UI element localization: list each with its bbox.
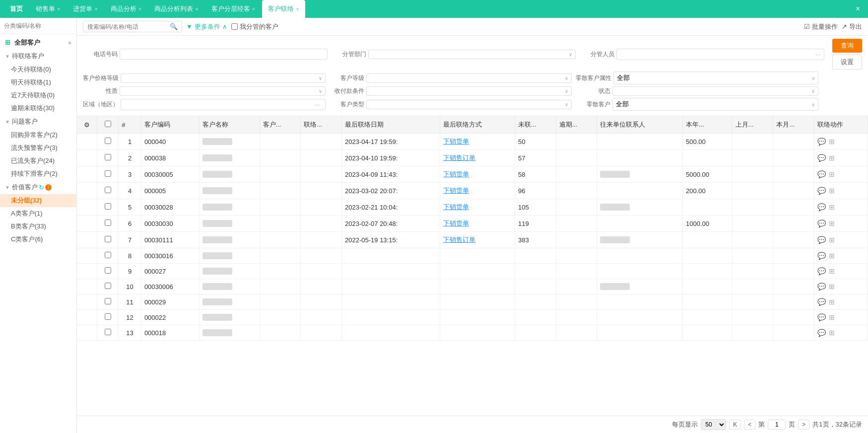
row-checkbox[interactable] xyxy=(105,219,111,226)
nav-customer-contact[interactable]: 客户联络 × xyxy=(262,0,305,18)
sidebar-item-ungroup[interactable]: 未分组(32) xyxy=(0,194,76,207)
message-icon[interactable]: 💬 xyxy=(817,298,826,306)
retail-attr-select[interactable]: 全部∨ xyxy=(613,72,818,84)
area-dots[interactable]: ··· xyxy=(313,101,322,108)
row-checkbox[interactable] xyxy=(105,138,111,144)
apps-icon[interactable]: ⊞ xyxy=(829,252,835,260)
phone-input[interactable] xyxy=(120,49,328,60)
search-input[interactable] xyxy=(87,23,170,30)
payment-select[interactable]: ∨ xyxy=(366,86,572,96)
collapse-sidebar-btn[interactable]: « xyxy=(68,39,71,46)
message-icon[interactable]: 💬 xyxy=(817,187,826,195)
value-segment-group[interactable]: ▼ 价值客户 ↻ ! xyxy=(0,180,76,194)
customer-type-select[interactable]: ∨ xyxy=(366,100,572,109)
nav-purchase-close[interactable]: × xyxy=(94,6,97,12)
nav-analysis-list-close[interactable]: × xyxy=(195,6,198,12)
sidebar-item-churned[interactable]: 已流失客户(24) xyxy=(0,154,76,167)
batch-ops-btn[interactable]: ☑ 批量操作 xyxy=(804,22,838,31)
apps-icon[interactable]: ⊞ xyxy=(829,313,835,321)
row-checkbox[interactable] xyxy=(105,267,111,274)
apps-icon[interactable]: ⊞ xyxy=(829,298,835,306)
more-conditions-btn[interactable]: ▼ 更多条件 ∧ xyxy=(186,22,227,31)
col-last-month[interactable]: 上月... xyxy=(732,116,773,134)
reset-button[interactable]: 设置 xyxy=(832,55,862,70)
col-code[interactable]: 客户编码 xyxy=(141,116,200,134)
sidebar-item-a-class[interactable]: A类客户(1) xyxy=(0,207,76,220)
contact-type-link[interactable]: 下销售订单 xyxy=(443,154,475,161)
sidebar-item-tomorrow[interactable]: 明天待联络(1) xyxy=(0,76,76,89)
page-number-input[interactable] xyxy=(768,420,786,430)
col-last-contact-date[interactable]: 最后联络日期 xyxy=(342,116,440,134)
col-this-year[interactable]: 本年... xyxy=(683,116,733,134)
row-checkbox[interactable] xyxy=(105,252,111,258)
col-this-month[interactable]: 本月... xyxy=(773,116,814,134)
sidebar-item-overdue[interactable]: 逾期未联络(30) xyxy=(0,102,76,115)
col-contact[interactable]: 联络... xyxy=(301,116,342,134)
message-icon[interactable]: 💬 xyxy=(817,252,826,260)
sidebar-item-c-class[interactable]: C类客户(6) xyxy=(0,233,76,246)
message-icon[interactable]: 💬 xyxy=(817,138,826,145)
status-select[interactable]: ∨ xyxy=(612,86,818,96)
message-icon[interactable]: 💬 xyxy=(817,313,826,321)
nav-purchase[interactable]: 进货单 × xyxy=(67,0,103,18)
page-size-select[interactable]: 50 100 xyxy=(701,419,726,430)
nav-sales-close[interactable]: × xyxy=(57,6,60,12)
contact-type-link[interactable]: 下销货单 xyxy=(443,203,469,211)
col-trading-contact[interactable]: 往来单位联系人 xyxy=(597,116,683,134)
nav-analysis[interactable]: 商品分析 × xyxy=(105,0,147,18)
export-btn[interactable]: ↗ 导出 xyxy=(842,22,862,31)
search-icon[interactable]: 🔍 xyxy=(170,23,178,30)
col-overdue[interactable]: 逾期... xyxy=(556,116,597,134)
message-icon[interactable]: 💬 xyxy=(817,203,826,211)
price-level-select[interactable]: ∨ xyxy=(121,73,326,83)
nav-analysis-close[interactable]: × xyxy=(138,6,141,12)
sidebar-item-b-class[interactable]: B类客户(33) xyxy=(0,220,76,233)
apps-icon[interactable]: ⊞ xyxy=(829,236,835,244)
prev-page-btn[interactable]: < xyxy=(744,420,755,430)
nav-sales[interactable]: 销售单 × xyxy=(30,0,66,18)
message-icon[interactable]: 💬 xyxy=(817,154,826,162)
problem-customers-group[interactable]: ▼ 问题客户 xyxy=(0,115,76,129)
row-checkbox[interactable] xyxy=(105,283,111,289)
col-settings[interactable]: ⚙ xyxy=(77,116,97,134)
row-checkbox[interactable] xyxy=(105,236,111,242)
nav-home[interactable]: 首页 xyxy=(4,0,29,18)
message-icon[interactable]: 💬 xyxy=(817,283,826,290)
query-button[interactable]: 查询 xyxy=(832,39,862,53)
retail-select[interactable]: 全部∨ xyxy=(612,98,818,111)
apps-icon[interactable]: ⊞ xyxy=(829,154,835,162)
message-icon[interactable]: 💬 xyxy=(817,236,826,244)
nature-select[interactable]: ∨ xyxy=(120,86,326,96)
contact-type-link[interactable]: 下销货单 xyxy=(443,138,469,145)
apps-icon[interactable]: ⊞ xyxy=(829,203,835,211)
apps-icon[interactable]: ⊞ xyxy=(829,329,835,337)
contact-type-link[interactable]: 下销货单 xyxy=(443,170,469,178)
first-page-btn[interactable]: K xyxy=(729,420,741,430)
message-icon[interactable]: 💬 xyxy=(817,170,826,178)
select-all-checkbox[interactable] xyxy=(105,121,111,127)
col-category[interactable]: 客户... xyxy=(260,116,301,134)
refresh-icon[interactable]: ↻ xyxy=(39,184,44,191)
my-customers-checkbox[interactable] xyxy=(231,23,238,30)
sidebar-item-7days[interactable]: 近7天待联络(0) xyxy=(0,89,76,102)
customer-level-select[interactable]: ∨ xyxy=(366,73,572,83)
col-last-contact-type[interactable]: 最后联络方式 xyxy=(440,116,515,134)
close-all-tabs[interactable]: × xyxy=(852,4,864,13)
row-checkbox[interactable] xyxy=(105,298,111,304)
sidebar-item-abnormal[interactable]: 回购异常客户(2) xyxy=(0,129,76,142)
person-select[interactable]: ··· xyxy=(616,49,824,60)
apps-icon[interactable]: ⊞ xyxy=(829,170,835,178)
apps-icon[interactable]: ⊞ xyxy=(829,187,835,195)
pending-contact-group[interactable]: ▼ 待联络客户 xyxy=(0,49,76,63)
sidebar-item-declining[interactable]: 持续下滑客户(2) xyxy=(0,167,76,180)
contact-type-link[interactable]: 下销货单 xyxy=(443,219,469,227)
dots-icon[interactable]: ··· xyxy=(815,51,821,58)
nav-customer-contact-close[interactable]: × xyxy=(296,6,299,12)
apps-icon[interactable]: ⊞ xyxy=(829,219,835,227)
row-checkbox[interactable] xyxy=(105,170,111,177)
apps-icon[interactable]: ⊞ xyxy=(829,138,835,145)
nav-analysis-list[interactable]: 商品分析列表 × xyxy=(148,0,204,18)
row-checkbox[interactable] xyxy=(105,203,111,210)
contact-type-link[interactable]: 下销售订单 xyxy=(443,236,475,243)
row-checkbox[interactable] xyxy=(105,187,111,193)
